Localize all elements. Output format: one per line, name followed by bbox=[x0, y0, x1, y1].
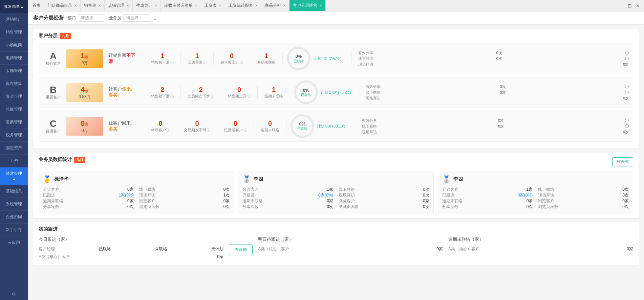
sidebar: 批发管理 ▲ 营销推广 销售管理 小畅电商 电商管理 采购管理 库存核算 资金管… bbox=[0, 0, 28, 300]
close-icon[interactable]: ✕ bbox=[319, 4, 322, 7]
sidebar-item-ledger[interactable]: 总账管理 bbox=[0, 103, 28, 116]
divider bbox=[217, 119, 217, 133]
sidebar-item-ecommerce[interactable]: 电商管理 bbox=[0, 52, 28, 65]
sidebar-item-label: 发票管理 bbox=[0, 119, 28, 125]
staff-stats-2: 分管客户 1家 已跟进 0家(0%) 逾期未联络 0家 bbox=[442, 187, 629, 210]
dept-select[interactable]: 请选择 bbox=[78, 14, 105, 22]
close-icon[interactable]: ✕ bbox=[74, 4, 77, 7]
sidebar-item-system[interactable]: 系统管理 bbox=[0, 198, 28, 211]
tier-a-count[interactable]: 1家 0万 bbox=[66, 49, 103, 68]
info-icon[interactable]: ⓘ bbox=[625, 84, 629, 89]
followup-row: A类（核心）客户 0家 bbox=[258, 245, 443, 253]
tier-a-stat-4[interactable]: 1 逾期未联络 bbox=[254, 52, 278, 65]
tier-row-a: A 核心客户 1家 0万 让销售额不下滑 1 销售额下滑ⓘ 1 bbox=[39, 43, 633, 74]
tier-a-contact: 0% 已联络 计划 4次 (7天/次) bbox=[287, 47, 347, 70]
sidebar-collapse-icon[interactable]: ▲ bbox=[20, 5, 24, 9]
sidebar-item-basic[interactable]: 基础信息 bbox=[0, 185, 28, 198]
info-icon[interactable]: ⓘ bbox=[625, 50, 629, 55]
staff-section-header: 业务员数据统计 九月 列表式 bbox=[39, 157, 633, 167]
tier-a-stat-1[interactable]: 1 销售额下滑ⓘ bbox=[148, 52, 176, 65]
info-icon[interactable]: ⓘ bbox=[625, 90, 629, 95]
tier-c-stat-4[interactable]: 0 逾期未联络 bbox=[258, 120, 282, 133]
staff-stat-row: 浏览客户 0家 bbox=[538, 198, 629, 204]
sidebar-item-fixed-assets[interactable]: 固定资产 bbox=[0, 142, 28, 155]
tab-product-analysis[interactable]: 商品分析 ✕ bbox=[261, 0, 289, 11]
tier-b-count[interactable]: 4家 0.53万 bbox=[66, 83, 103, 102]
tier-c-stat-2[interactable]: 0 交易频次下滑ⓘ bbox=[181, 120, 213, 133]
tier-label-a: A 核心客户 bbox=[43, 51, 63, 66]
sidebar-item-marketing[interactable]: 营销推广 bbox=[0, 13, 28, 26]
info-icon[interactable]: ⓘ bbox=[625, 124, 629, 129]
close-icon[interactable]: ✕ bbox=[283, 4, 286, 7]
close-icon[interactable]: ✕ bbox=[195, 4, 197, 7]
staff-stat-row: 浏览页面数 0次 bbox=[339, 204, 429, 210]
tab-payroll[interactable]: 工资表 ✕ bbox=[201, 0, 225, 11]
tab-home[interactable]: 首页 bbox=[29, 0, 44, 11]
tab-payroll-report[interactable]: 工资统计报表 ✕ bbox=[225, 0, 261, 11]
customer-tier-section: 客户分层 九月 A 核心客户 1家 0万 让销售额不下滑 1 bbox=[33, 29, 639, 148]
followed-up-link[interactable]: 0家(0%) bbox=[518, 192, 533, 198]
tier-a-stat-2[interactable]: 1 回购异常ⓘ bbox=[185, 52, 209, 65]
tier-c-stat-3[interactable]: 0 已激活客户ⓘ bbox=[221, 120, 250, 133]
tab-label: 生成凭证 bbox=[136, 3, 152, 8]
sidebar-item-inventory[interactable]: 库存核算 bbox=[0, 77, 28, 90]
sidebar-item-ecommerce-small[interactable]: 小畅电商 bbox=[0, 39, 28, 52]
more-filters-icon[interactable]: ... bbox=[152, 15, 156, 21]
tab-store-products[interactable]: 门店商品目录 ✕ bbox=[44, 0, 81, 11]
sidebar-item-label: 总账管理 bbox=[0, 107, 28, 112]
tier-c-plan: 计划 0次 (0天/次) bbox=[317, 124, 351, 129]
tier-b-stat-3[interactable]: 0 销售额上升ⓘ bbox=[225, 86, 253, 99]
staff-grid: 🥇 徐泽华 分管客户 0家 已跟进 1家(0%) bbox=[39, 171, 633, 214]
followup-today: 今日跟进（家） 客户经理 已联络 未联络 无计划 A类（核心）客户 0家 bbox=[39, 236, 223, 261]
divider bbox=[144, 119, 144, 133]
tier-a-stat-3[interactable]: 0 销售额上升ⓘ bbox=[218, 52, 246, 65]
followed-up-link[interactable]: 1家(0%) bbox=[119, 192, 134, 198]
sidebar-item-label: 税务管理 bbox=[0, 132, 28, 138]
tab-ap-adjustment[interactable]: 应收应付调整单 ✕ bbox=[161, 0, 201, 11]
restore-icon[interactable]: ⊡ bbox=[626, 2, 633, 9]
tab-sales-order[interactable]: 销售单 ✕ bbox=[81, 0, 105, 11]
sidebar-item-sales[interactable]: 销售管理 bbox=[0, 26, 28, 39]
sidebar-item-tax[interactable]: 税务管理 bbox=[0, 129, 28, 142]
tier-b-stat-2[interactable]: 2 交易频次下滑ⓘ bbox=[185, 86, 217, 99]
close-window-icon[interactable]: ✕ bbox=[635, 2, 641, 9]
sidebar-item-purchase[interactable]: 采购管理 bbox=[0, 65, 28, 77]
tier-b-stat-1[interactable]: 2 销售额下滑ⓘ bbox=[148, 86, 176, 99]
sidebar-item-management[interactable]: 经营管理 ◀ bbox=[0, 167, 28, 185]
sidebar-item-cloud[interactable]: 云应用 bbox=[0, 236, 28, 249]
close-icon[interactable]: ✕ bbox=[126, 4, 129, 7]
close-icon[interactable]: ✕ bbox=[219, 4, 221, 7]
list-view-button[interactable]: 列表式 bbox=[612, 157, 633, 166]
followed-up-link[interactable]: 0家(0%) bbox=[318, 192, 333, 198]
staff-stat-row: 分管客户 1家 bbox=[442, 187, 533, 192]
close-icon[interactable]: ✕ bbox=[98, 4, 101, 7]
staff-select[interactable]: 请选择 bbox=[123, 14, 150, 22]
tab-gen-voucher[interactable]: 生成凭证 ✕ bbox=[133, 0, 161, 11]
close-icon[interactable]: ✕ bbox=[154, 4, 157, 7]
tab-bar: 首页 门店商品目录 ✕ 销售单 ✕ 店铺管理 ✕ 生成凭证 ✕ 应收应付调整单 … bbox=[28, 0, 644, 11]
sidebar-header[interactable]: 批发管理 ▲ bbox=[0, 0, 28, 13]
settings-icon[interactable]: ⚙ bbox=[0, 288, 28, 300]
close-icon[interactable]: ✕ bbox=[255, 4, 258, 7]
followup-today-title: 今日跟进（家） bbox=[39, 236, 223, 243]
followup-row: 客户经理 已联络 未联络 无计划 bbox=[39, 245, 223, 253]
staff-stat-row: 分享次数 0次 bbox=[242, 204, 333, 210]
info-icon[interactable]: ⓘ bbox=[625, 56, 629, 61]
tier-row-b: B 重要客户 4家 0.53万 让客户多来、多买 2 销售额下滑ⓘ 2 bbox=[39, 77, 633, 108]
sidebar-item-payroll[interactable]: 工资 bbox=[0, 155, 28, 167]
tier-b-stat-4[interactable]: 1 逾期未联络 bbox=[262, 86, 286, 99]
tab-customer-tier[interactable]: 客户分层经营 ✕ bbox=[289, 0, 326, 11]
divider bbox=[144, 52, 144, 65]
tier-c-stat-1[interactable]: 0 休眠客户ⓘ bbox=[148, 120, 173, 133]
sidebar-item-collab[interactable]: 企业协同 bbox=[0, 211, 28, 224]
sidebar-item-finance[interactable]: 资金管理 bbox=[0, 90, 28, 103]
info-icon[interactable]: ⓘ bbox=[625, 118, 629, 123]
divider bbox=[359, 86, 359, 99]
sidebar-item-invoice[interactable]: 发票管理 bbox=[0, 116, 28, 129]
tier-c-count[interactable]: 0家 0万 bbox=[66, 117, 103, 136]
tab-store-mgmt[interactable]: 店铺管理 ✕ bbox=[105, 0, 133, 11]
sidebar-item-label: 固定资产 bbox=[0, 145, 28, 151]
staff-stat-row: 逾期未联络 0家 bbox=[442, 198, 533, 204]
sidebar-item-guide[interactable]: 新手引导 bbox=[0, 224, 28, 236]
go-followup-button[interactable]: 去跟进 bbox=[229, 245, 253, 255]
